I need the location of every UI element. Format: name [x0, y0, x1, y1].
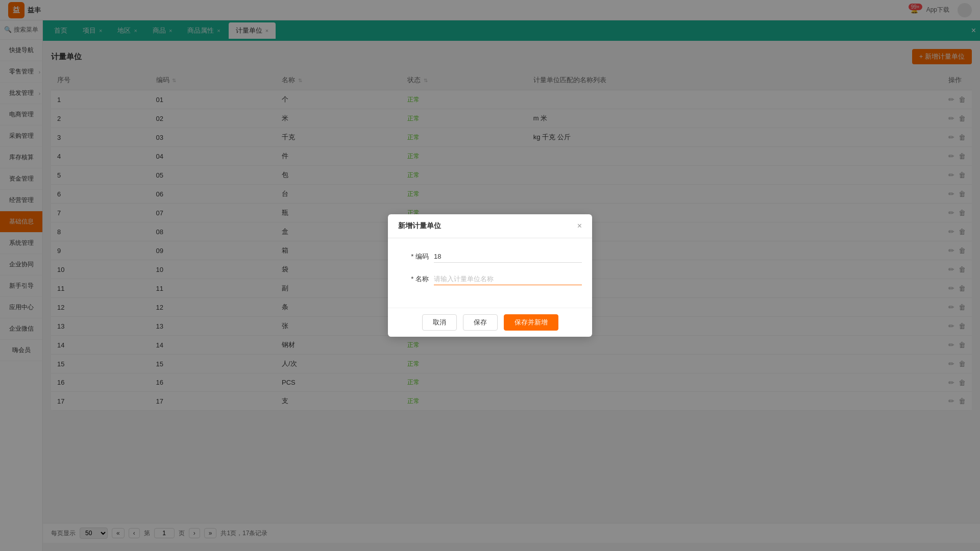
add-measure-unit-modal: 新增计量单位 × * 编码 * 名称 取消 保存 保存并新增	[388, 214, 592, 337]
code-input[interactable]	[434, 251, 582, 263]
modal-body: * 编码 * 名称	[388, 238, 592, 308]
modal-title: 新增计量单位	[398, 221, 441, 231]
name-form-row: * 名称	[398, 273, 582, 285]
code-form-row: * 编码	[398, 251, 582, 263]
modal-footer: 取消 保存 保存并新增	[388, 308, 592, 337]
save-button[interactable]: 保存	[463, 314, 498, 331]
name-label: * 名称	[398, 274, 429, 284]
cancel-button[interactable]: 取消	[422, 314, 457, 331]
save-and-new-button[interactable]: 保存并新增	[504, 314, 558, 331]
name-input[interactable]	[434, 273, 582, 285]
modal-close-button[interactable]: ×	[577, 221, 582, 231]
modal-overlay[interactable]: 新增计量单位 × * 编码 * 名称 取消 保存 保存并新增	[0, 0, 980, 551]
code-label: * 编码	[398, 252, 429, 261]
modal-header: 新增计量单位 ×	[388, 214, 592, 238]
